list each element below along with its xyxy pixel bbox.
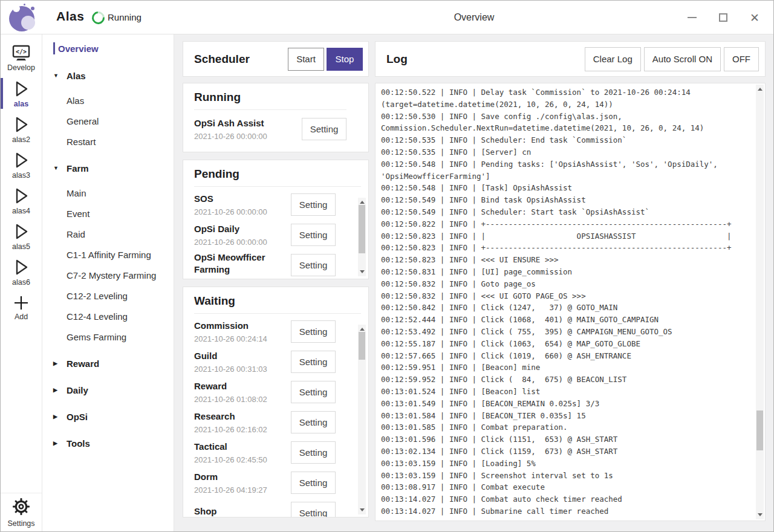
- chevron-down-icon: ▼: [53, 73, 67, 79]
- scrollbar-thumb[interactable]: [756, 410, 763, 450]
- setting-button[interactable]: Setting: [291, 254, 336, 276]
- scheduler-status-text: Running: [108, 12, 141, 22]
- log-line: 00:13:14.027 | INFO | Combat auto check …: [381, 493, 754, 505]
- task-next-run-time: 2021-10-26 04:19:27: [194, 485, 291, 495]
- nav-item-overview[interactable]: Overview: [42, 37, 174, 59]
- log-line: 00:12:59.952 | INFO | Click ( 84, 675) @…: [381, 374, 754, 386]
- pending-title: Pending: [194, 167, 368, 186]
- topbar: Alas Running Overview ✕: [1, 1, 773, 34]
- sidebar-item-instance[interactable]: alas6: [1, 254, 42, 290]
- nav-item-alas[interactable]: Alas: [42, 90, 174, 111]
- task-next-run-time: 2021-10-26 00:00:00: [194, 207, 291, 216]
- sidebar-item-settings[interactable]: Settings: [1, 493, 42, 531]
- app-title: Alas: [56, 9, 84, 24]
- log-line: 00:13:01.584 | INFO | [BEACON_TIER 0.035…: [381, 410, 754, 422]
- auto-scroll-off-button[interactable]: OFF: [724, 47, 759, 71]
- scroll-down-icon[interactable]: [360, 270, 365, 273]
- sidebar-item-instance[interactable]: alas5: [1, 218, 42, 254]
- svg-text:</>: </>: [16, 48, 27, 55]
- scrollbar-thumb[interactable]: [359, 332, 365, 360]
- nav-item-general[interactable]: General: [42, 111, 174, 131]
- nav-item-c1-1-affinity-farming[interactable]: C1-1 Affinity Farming: [42, 244, 174, 265]
- log-scrollbar[interactable]: [756, 85, 764, 519]
- setting-button[interactable]: Setting: [291, 441, 336, 464]
- sidebar-item-add[interactable]: Add: [1, 290, 42, 325]
- task-next-run-time: 2021-10-26 02:45:50: [194, 455, 291, 464]
- scroll-up-icon[interactable]: [758, 88, 763, 91]
- setting-button[interactable]: Setting: [291, 502, 336, 518]
- task-next-run-time: 2021-10-26 02:16:02: [194, 425, 291, 434]
- sidebar-item-instance[interactable]: alas: [1, 76, 42, 111]
- log-line: 00:12:55.187 | INFO | Click (1063, 654) …: [381, 338, 754, 350]
- nav-item-restart[interactable]: Restart: [42, 131, 174, 152]
- nav-section-opsi[interactable]: ▶OpSi: [42, 406, 174, 427]
- scroll-down-icon[interactable]: [758, 513, 763, 516]
- scheduler-panel: Scheduler Start Stop: [183, 41, 369, 77]
- running-title: Running: [194, 91, 357, 109]
- minimize-button[interactable]: [684, 10, 700, 25]
- log-line: 00:12:50.549 | INFO | Scheduler: Start t…: [381, 206, 754, 218]
- start-button[interactable]: Start: [288, 48, 324, 71]
- log-line: 00:13:01.549 | INFO | [BEACON_REMAIN 0.0…: [381, 398, 754, 410]
- task-next-run-time: 2021-10-26 00:00:00: [194, 238, 291, 247]
- nav-item-gems-farming[interactable]: Gems Farming: [42, 326, 174, 347]
- nav-section-reward[interactable]: ▶Reward: [42, 353, 174, 374]
- nav-section-alas[interactable]: ▼Alas: [42, 65, 174, 86]
- stop-button[interactable]: Stop: [327, 48, 363, 71]
- scheduler-title: Scheduler: [194, 53, 250, 66]
- nav-item-raid[interactable]: Raid: [42, 224, 174, 244]
- setting-button[interactable]: Setting: [291, 224, 336, 246]
- log-line: 00:13:03.159 | INFO | Screenshot interva…: [381, 470, 754, 482]
- setting-button[interactable]: Setting: [291, 381, 336, 403]
- chevron-right-icon: ▶: [53, 387, 67, 393]
- clear-log-button[interactable]: Clear Log: [585, 47, 641, 71]
- nav-section-farm[interactable]: ▼Farm: [42, 158, 174, 178]
- nav-item-c12-4-leveling[interactable]: C12-4 Leveling: [42, 306, 174, 326]
- nav-item-main[interactable]: Main: [42, 183, 174, 203]
- setting-button[interactable]: Setting: [291, 193, 336, 216]
- pending-scrollbar[interactable]: [358, 198, 366, 276]
- task-name: OpSi Ash Assist: [194, 117, 302, 129]
- log-line: 00:12:59.951 | INFO | [Beacon] mine: [381, 362, 754, 374]
- sidebar-item-instance[interactable]: alas2: [1, 111, 42, 147]
- log-line: 00:13:01.524 | INFO | [Beacon] list: [381, 386, 754, 398]
- scrollbar-thumb[interactable]: [359, 205, 365, 253]
- task-next-run-time: 2021-10-26 01:08:02: [194, 395, 291, 404]
- log-line: 00:13:01.596 | INFO | Click (1151, 653) …: [381, 433, 754, 446]
- log-line: 00:12:50.822 | INFO | +-----------------…: [381, 218, 754, 230]
- app-logo-icon: [8, 4, 37, 33]
- nav-item-event[interactable]: Event: [42, 203, 174, 224]
- task-name: OpSi Daily: [194, 223, 291, 235]
- nav-section-tools[interactable]: ▶Tools: [42, 433, 174, 453]
- icon-sidebar: </> Develop alas: [1, 34, 42, 531]
- setting-button[interactable]: Setting: [291, 472, 336, 494]
- setting-button[interactable]: Setting: [291, 351, 336, 373]
- sidebar-item-instance[interactable]: alas4: [1, 183, 42, 218]
- code-monitor-icon: </>: [11, 44, 31, 62]
- window-controls: ✕: [684, 1, 763, 34]
- setting-button[interactable]: Setting: [291, 320, 336, 343]
- setting-button[interactable]: Setting: [291, 411, 336, 433]
- log-line: 00:12:50.832 | INFO | <<< UI GOTO PAGE_O…: [381, 290, 754, 302]
- scroll-up-icon[interactable]: [360, 328, 365, 331]
- scroll-up-icon[interactable]: [360, 201, 365, 204]
- close-button[interactable]: ✕: [747, 10, 763, 25]
- scroll-down-icon[interactable]: [360, 508, 365, 511]
- maximize-button[interactable]: [715, 10, 731, 25]
- app-window: Alas Running Overview ✕ </> Develop: [0, 0, 774, 532]
- sidebar-item-develop[interactable]: </> Develop: [1, 40, 42, 76]
- plus-icon: [13, 294, 30, 311]
- play-icon: [12, 151, 30, 170]
- nav-section-daily[interactable]: ▶Daily: [42, 380, 174, 400]
- setting-button[interactable]: Setting: [302, 118, 346, 140]
- nav-item-c7-2-mystery-farming[interactable]: C7-2 Mystery Farming: [42, 265, 174, 285]
- auto-scroll-on-button[interactable]: Auto Scroll ON: [644, 47, 721, 71]
- sidebar-item-label: alas3: [12, 171, 30, 180]
- sidebar-item-instance[interactable]: alas3: [1, 147, 42, 183]
- sidebar-item-label: alas: [14, 100, 28, 108]
- pending-list: SOS 2021-10-26 00:00:00 Setting OpSi Dai…: [194, 189, 368, 279]
- log-line: 00:13:02.134 | INFO | Click (1159, 673) …: [381, 446, 754, 458]
- waiting-scrollbar[interactable]: [358, 325, 366, 514]
- nav-item-c12-2-leveling[interactable]: C12-2 Leveling: [42, 285, 174, 306]
- pending-panel: Pending SOS 2021-10-26 00:00:00 Setting: [183, 160, 369, 279]
